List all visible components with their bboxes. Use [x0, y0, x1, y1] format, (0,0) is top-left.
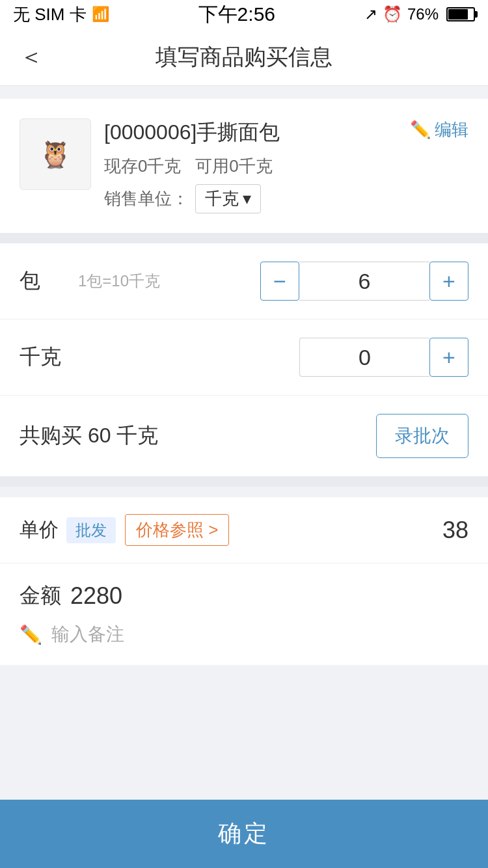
battery-pct: 76% [407, 5, 439, 23]
kg-qty-input[interactable] [299, 338, 429, 377]
product-stock: 现存0千克 可用0千克 [104, 155, 468, 178]
remark-row[interactable]: ✏️ 输入备注 [20, 622, 468, 647]
confirm-button[interactable]: 确定 [0, 800, 488, 868]
price-value: 38 [442, 517, 468, 544]
product-name: [0000006]手撕面包 [104, 118, 280, 147]
unit-dropdown[interactable]: 千克 ▾ [195, 184, 261, 213]
kg-plus-button[interactable]: + [429, 338, 468, 377]
location-icon: ↗ [364, 5, 377, 23]
amount-row: 金额 2280 [20, 582, 468, 610]
price-ref-button[interactable]: 价格参照 > [125, 514, 229, 546]
amount-label: 金额 [20, 582, 61, 610]
bao-hint: 1包=10千克 [78, 271, 260, 292]
alarm-icon: ⏰ [383, 5, 402, 23]
amount-section: 金额 2280 ✏️ 输入备注 [0, 563, 488, 665]
remark-placeholder: 输入备注 [51, 622, 124, 647]
product-info: [0000006]手撕面包 ✏️ 编辑 现存0千克 可用0千克 销售单位： 千克… [104, 118, 468, 213]
edit-button[interactable]: ✏️ 编辑 [410, 118, 468, 141]
kg-input-row: 千克 + [0, 319, 488, 396]
product-unit-row: 销售单位： 千克 ▾ [104, 184, 468, 213]
amount-value: 2280 [70, 582, 122, 610]
bao-label: 包 [20, 267, 72, 295]
bao-qty-input[interactable] [299, 262, 429, 301]
status-right: ↗ ⏰ 76% [364, 5, 475, 23]
bao-input-row: 包 1包=10千克 − + [0, 243, 488, 319]
product-card: 🦉 [0000006]手撕面包 ✏️ 编辑 现存0千克 可用0千克 销售单位： … [0, 99, 488, 233]
summary-text: 共购买 60 千克 [20, 422, 376, 450]
chevron-down-icon: ▾ [243, 189, 251, 209]
kg-label: 千克 [20, 343, 72, 372]
header: ＜ 填写商品购买信息 [0, 29, 488, 86]
battery-icon [446, 7, 475, 21]
pencil-icon: ✏️ [20, 624, 42, 645]
back-button[interactable]: ＜ [20, 34, 49, 79]
product-logo-icon: 🦉 [39, 139, 72, 170]
status-left: 无 SIM 卡 📶 [13, 3, 109, 26]
bao-minus-button[interactable]: − [260, 262, 299, 301]
price-section: 单价 批发 价格参照 > 38 [0, 497, 488, 563]
divider-1 [0, 233, 488, 243]
divider-2 [0, 476, 488, 487]
kg-qty-control: + [299, 338, 468, 377]
product-thumbnail: 🦉 [20, 118, 91, 190]
edit-icon: ✏️ [410, 120, 431, 140]
price-label: 单价 [20, 517, 59, 543]
price-row: 单价 批发 价格参照 > 38 [0, 497, 488, 563]
summary-row: 共购买 60 千克 录批次 [0, 396, 488, 476]
page-title: 填写商品购买信息 [156, 42, 332, 72]
sim-label: 无 SIM 卡 [13, 3, 87, 26]
batch-button[interactable]: 录批次 [376, 414, 468, 458]
wifi-icon: 📶 [92, 6, 109, 23]
status-bar: 无 SIM 卡 📶 下午2:56 ↗ ⏰ 76% [0, 0, 488, 29]
price-tag: 批发 [66, 517, 116, 543]
spacer [0, 665, 488, 800]
status-time: 下午2:56 [198, 1, 275, 28]
input-section: 包 1包=10千克 − + 千克 + [0, 243, 488, 396]
bao-qty-control: − + [260, 262, 468, 301]
bao-plus-button[interactable]: + [429, 262, 468, 301]
